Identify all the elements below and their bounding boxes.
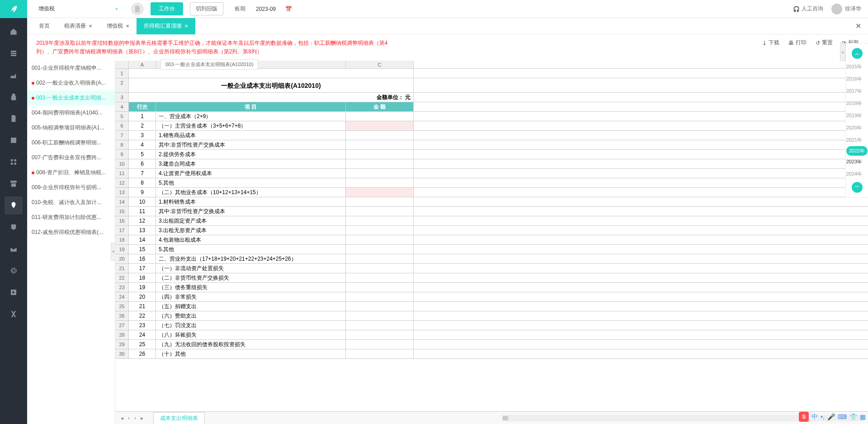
print-button[interactable]: 🖶打印 (788, 39, 807, 47)
cell[interactable]: 一般企业成本支出明细表(A102010) (129, 78, 414, 92)
row-header[interactable]: 18 (115, 235, 129, 244)
nav-media[interactable] (5, 283, 23, 301)
cell[interactable]: 金额单位： 元 (129, 93, 414, 102)
cell[interactable]: 26 (129, 349, 156, 358)
row-header[interactable]: 24 (115, 292, 129, 301)
sheet-tab[interactable]: 成本支出明细表 (153, 412, 205, 424)
cell[interactable]: 6 (129, 159, 156, 168)
user-menu[interactable]: 徐泽华 (831, 4, 861, 14)
form-item[interactable]: 002-一般企业收入明细表(A... (27, 76, 115, 91)
form-item[interactable]: 006-职工薪酬纳税调整明细... (27, 135, 115, 150)
ime-skin-icon[interactable]: 👕 (849, 413, 857, 420)
row-header[interactable]: 14 (115, 197, 129, 206)
cell[interactable] (346, 264, 414, 273)
nav-tax[interactable] (5, 196, 23, 214)
ime-keyboard-icon[interactable]: ⌨ (838, 413, 847, 420)
cell[interactable]: 5.其他 (156, 245, 346, 254)
row-header[interactable]: 22 (115, 273, 129, 282)
period-value[interactable]: 2023-09 (256, 6, 276, 12)
nav-ledger[interactable] (5, 44, 23, 62)
cell[interactable]: 其中:非货币性资产交换成本 (156, 140, 346, 149)
nav-home[interactable] (5, 23, 23, 41)
cell[interactable]: 4 (129, 140, 156, 149)
cell[interactable]: 4.包装物出租成本 (156, 235, 346, 244)
cell[interactable]: 25 (129, 340, 156, 349)
cell[interactable]: 19 (129, 283, 156, 292)
cell[interactable] (346, 235, 414, 244)
row-header[interactable]: 12 (115, 178, 129, 187)
cell[interactable] (346, 159, 414, 168)
cell[interactable]: （十）其他 (156, 349, 346, 358)
ime-punct-icon[interactable]: •, (821, 413, 825, 420)
cell[interactable] (346, 254, 414, 263)
cell[interactable]: 1 (129, 112, 156, 121)
cell[interactable] (346, 302, 414, 311)
cell[interactable] (346, 245, 414, 254)
sheet-body[interactable]: 12一般企业成本支出明细表(A102010)3金额单位： 元4行次项 目金 额5… (115, 69, 868, 411)
doc-icon-button[interactable] (131, 3, 144, 15)
row-header[interactable]: 26 (115, 311, 129, 320)
cell[interactable]: 金 额 (346, 102, 414, 111)
cell[interactable] (129, 69, 414, 78)
cell[interactable] (346, 169, 414, 178)
row-header[interactable]: 21 (115, 264, 129, 273)
row-header[interactable]: 30 (115, 349, 129, 358)
cell[interactable]: 3.出租无形资产成本 (156, 226, 346, 235)
cell[interactable]: 5 (129, 150, 156, 159)
nav-report[interactable] (5, 66, 23, 84)
cell[interactable] (346, 140, 414, 149)
close-icon[interactable]: ✕ (89, 24, 92, 29)
ime-toolbox-icon[interactable]: ▦ (860, 413, 866, 420)
cell[interactable]: 项 目 (156, 102, 346, 111)
row-header[interactable]: 27 (115, 321, 129, 330)
cell[interactable]: （五）捐赠支出 (156, 302, 346, 311)
switch-version-button[interactable]: 切到旧版 (190, 2, 223, 15)
cell[interactable]: 1.材料销售成本 (156, 197, 346, 206)
row-header[interactable]: 8 (115, 140, 129, 149)
form-item[interactable]: 007-广告费和业务宣传费跨... (27, 150, 115, 165)
cell[interactable]: 11 (129, 207, 156, 216)
cell[interactable]: 7 (129, 169, 156, 178)
form-item[interactable]: 001-企业所得税年度纳税申... (27, 61, 115, 76)
cell[interactable] (346, 273, 414, 282)
row-header[interactable]: 20 (115, 254, 129, 263)
form-item[interactable]: 012-减免所得税优惠明细表(... (27, 225, 115, 240)
form-item[interactable]: 009-企业所得税弥补亏损明... (27, 180, 115, 195)
row-header[interactable]: 4 (115, 102, 129, 111)
form-item[interactable]: 005-纳税调整项目明细表(A1... (27, 120, 115, 135)
cell[interactable]: 5.其他 (156, 178, 346, 187)
cell[interactable]: （一）非流动资产处置损失 (156, 264, 346, 273)
row-header[interactable]: 25 (115, 302, 129, 311)
row-header[interactable]: 28 (115, 330, 129, 339)
sheet-nav-first[interactable]: ◂ (119, 415, 125, 421)
cell[interactable]: 21 (129, 302, 156, 311)
row-header[interactable]: 11 (115, 169, 129, 178)
tab-所得税汇算清缴[interactable]: 所得税汇算清缴✕ (137, 18, 195, 34)
cell[interactable]: 1.销售商品成本 (156, 131, 346, 140)
form-item[interactable]: 011-研发费用加计扣除优惠... (27, 210, 115, 225)
cell[interactable]: 3.建造合同成本 (156, 159, 346, 168)
nav-finance[interactable] (5, 88, 23, 106)
year-down-button[interactable]: ︾ (852, 182, 863, 193)
row-header[interactable]: 19 (115, 245, 129, 254)
cell[interactable] (346, 349, 414, 358)
sheet-nav-next[interactable]: › (132, 415, 138, 421)
app-logo[interactable] (0, 0, 27, 18)
ime-lang[interactable]: 中 (811, 413, 818, 421)
cell[interactable]: 2.提供劳务成本 (156, 150, 346, 159)
cell[interactable]: 3 (129, 131, 156, 140)
cell[interactable]: 20 (129, 292, 156, 301)
year-expand-handle[interactable]: » (840, 43, 845, 61)
row-header[interactable]: 5 (115, 112, 129, 121)
cell[interactable]: 18 (129, 273, 156, 282)
cell[interactable]: （四）非常损失 (156, 292, 346, 301)
cell[interactable] (346, 178, 414, 187)
row-header[interactable]: 23 (115, 283, 129, 292)
close-icon[interactable]: ✕ (184, 24, 188, 29)
year-item[interactable]: 2023年 (846, 156, 868, 168)
cell[interactable] (346, 150, 414, 159)
row-header[interactable]: 3 (115, 93, 129, 102)
cell[interactable]: （一）主营业务成本（3+5+6+7+8） (156, 121, 346, 130)
cell[interactable] (346, 311, 414, 320)
row-header[interactable]: 29 (115, 340, 129, 349)
